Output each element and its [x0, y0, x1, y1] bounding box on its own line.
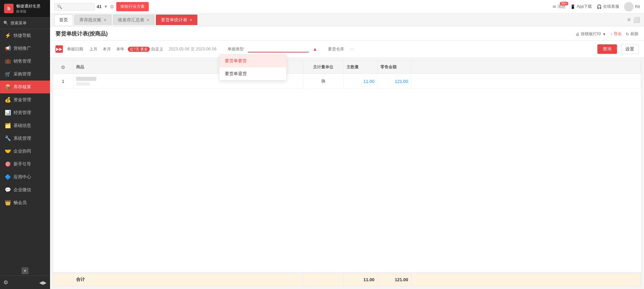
nav-label-guide: 新手引导 [14, 161, 31, 167]
type-filter-input[interactable] [248, 46, 309, 52]
tab-receivable-close[interactable]: ✕ [146, 18, 149, 22]
sidebar-item-basic[interactable]: 🗂️ 基础信息 [0, 119, 50, 132]
sidebar-scroll-down[interactable]: ▼ [22, 267, 28, 274]
marketing-icon: 📢 [5, 45, 11, 51]
tab-home[interactable]: 首页 [54, 15, 73, 25]
sidebar-item-appstore[interactable]: 🔷 应用中心 [0, 171, 50, 183]
qty-link-1[interactable]: 11.00 [363, 79, 375, 84]
tab-batch-label: 库存批次账 [79, 17, 101, 23]
sidebar-item-member[interactable]: 👑 畅会员 [0, 196, 50, 209]
sidebar-item-wechat[interactable]: 💬 企业微信 [0, 183, 50, 196]
wechat-icon: 💬 [5, 187, 11, 193]
td-num-1: 1 [53, 74, 73, 89]
messages-button[interactable]: ✉ 消息 99+ [553, 4, 566, 9]
tab-order-stat-label: 要货单统计表 [161, 17, 187, 23]
tab-receivable[interactable]: 收发存汇总表 ✕ [113, 15, 154, 25]
app-download-icon: 📱 [570, 4, 575, 9]
tab-order-stat-close[interactable]: ✕ [189, 18, 192, 22]
sidebar-item-guide[interactable]: 🎯 新手引导 [0, 158, 50, 171]
sidebar-item-coop[interactable]: 🤝 企业协同 [0, 145, 50, 158]
user-avatar-area[interactable]: Rit [624, 2, 640, 12]
sidebar-item-system[interactable]: 🔧 系统管理 [0, 132, 50, 145]
date-btn-this-month[interactable]: 本月 [101, 46, 113, 53]
message-icon: ✉ [553, 4, 556, 9]
topbar-search-box: 🔍 [54, 3, 95, 10]
tf-empty2 [303, 273, 344, 286]
tab-batch[interactable]: 库存批次账 ✕ [74, 15, 112, 25]
refresh-label: 刷新 [630, 31, 639, 37]
warehouse-more-btn[interactable]: ··· [350, 46, 354, 52]
th-qty: 主数量 [344, 61, 378, 73]
tab-home-label: 首页 [59, 17, 68, 23]
tabbar-controls: ✕ ⬜ [627, 17, 640, 23]
page-header-actions: 🖨 按模板打印 ▼ ↑ 导出 ↻ 刷新 [575, 31, 639, 37]
sidebar-search-label: 搜索菜单 [10, 20, 27, 26]
print-label: 按模板打印 [581, 31, 601, 37]
date-custom-btn[interactable]: 自定义 [151, 46, 163, 52]
date-more-badge[interactable]: 近7天 更多 [128, 47, 150, 52]
sidebar-item-purchase[interactable]: 🛒 采购管理 [0, 68, 50, 81]
sidebar-search-button[interactable]: 🔍 搜索菜单 [3, 20, 47, 26]
user-name: Rit [635, 4, 640, 9]
member-icon: 👑 [5, 200, 11, 206]
amount-link-1[interactable]: 121.00 [395, 79, 408, 84]
refresh-icon: ↻ [626, 32, 629, 37]
app-download-button[interactable]: 📱 App下载 [570, 4, 592, 9]
sidebar-item-inventory[interactable]: 📦 库存核算 [0, 81, 50, 93]
cta-button[interactable]: 体验行业方案 [116, 2, 149, 11]
date-range-display: 2023-05-06 至 2023-06-06 [169, 46, 216, 52]
online-service-button[interactable]: 🎧 在线客服 [597, 4, 619, 9]
basic-icon: 🗂️ [5, 123, 11, 129]
logo: b 畅捷通好生意 标准版 [0, 0, 50, 18]
nav-label-inventory: 库存核算 [14, 84, 31, 90]
sidebar-item-marketing[interactable]: 📢 营销推广 [0, 42, 50, 55]
sidebar-search-area[interactable]: 🔍 搜索菜单 [0, 18, 50, 29]
nav-label-marketing: 营销推广 [14, 45, 31, 51]
collapse-icon[interactable]: ◀▶ [39, 280, 47, 285]
query-button[interactable]: 查询 [597, 44, 617, 54]
sales-icon: 💼 [5, 58, 11, 64]
filter-settings-button[interactable]: 设置 [621, 44, 639, 54]
nav-label-appstore: 应用中心 [14, 174, 31, 180]
date-btn-this-year[interactable]: 本年 [114, 46, 126, 53]
dropdown-item-order-return[interactable]: 要货单退货 [219, 67, 286, 80]
tab-order-stat[interactable]: 要货单统计表 ✕ [156, 15, 197, 25]
print-button[interactable]: 🖨 按模板打印 ▼ [575, 31, 606, 37]
page-title: 要货单统计表(按商品) [55, 30, 108, 38]
product-code-placeholder [76, 82, 90, 86]
topbar-left: 🔍 41 ▼ ⚙ 体验行业方案 [54, 2, 549, 11]
tab-close-all-icon[interactable]: ✕ [627, 17, 631, 23]
dropdown-item-order-goods[interactable]: 要货单要货 [219, 54, 286, 67]
search-icon: 🔍 [3, 21, 8, 25]
topbar-gear-icon[interactable]: ⚙ [110, 4, 114, 9]
sidebar-item-finance[interactable]: 💰 资金管理 [0, 93, 50, 106]
tf-amount: 121.00 [378, 273, 411, 286]
th-settings[interactable]: ⚙ [53, 61, 73, 73]
nav-label-operation: 经营管理 [14, 110, 31, 116]
filter-expand-button[interactable]: ▶▶ [55, 45, 63, 53]
nav-label-basic: 基础信息 [14, 123, 31, 129]
column-settings-icon[interactable]: ⚙ [61, 65, 65, 70]
nav-label-coop: 企业协同 [14, 148, 31, 154]
sidebar-item-operation[interactable]: 📊 经营管理 [0, 106, 50, 119]
inventory-icon: 📦 [5, 84, 11, 90]
sidebar-item-quicknav[interactable]: ⚡ 快捷导航 [0, 29, 50, 42]
print-chevron-icon: ▼ [602, 32, 606, 36]
refresh-button[interactable]: ↻ 刷新 [626, 31, 639, 37]
th-unit: 主计量单位 [303, 61, 344, 73]
tab-receivable-label: 收发存汇总表 [118, 17, 144, 23]
messages-badge: 99+ [560, 2, 568, 5]
chevron-down-icon[interactable]: ▼ [103, 4, 108, 9]
coop-icon: 🤝 [5, 148, 11, 154]
type-filter-chevron-up-icon[interactable]: ▲ [313, 46, 317, 52]
sidebar-item-sales[interactable]: 💼 销售管理 [0, 55, 50, 68]
tab-expand-icon[interactable]: ⬜ [633, 17, 640, 23]
tab-batch-close[interactable]: ✕ [103, 18, 106, 22]
date-btn-last-month[interactable]: 上月 [87, 46, 99, 53]
product-name-placeholder [76, 77, 96, 81]
quicknav-icon: ⚡ [5, 32, 11, 39]
export-button[interactable]: ↑ 导出 [610, 31, 622, 37]
topbar-search-icon: 🔍 [57, 4, 62, 9]
nav-label-wechat: 企业微信 [14, 187, 31, 193]
settings-icon[interactable]: ⚙ [3, 279, 8, 286]
